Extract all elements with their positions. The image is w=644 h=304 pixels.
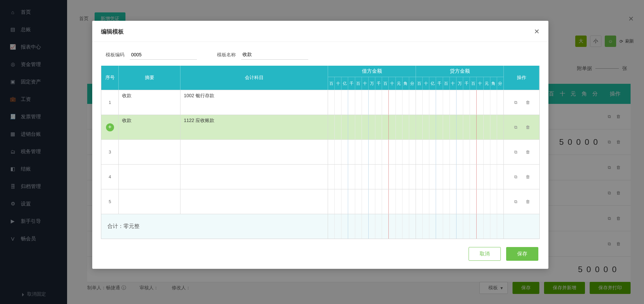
row-debit[interactable]	[328, 165, 416, 189]
row-summary[interactable]: 收款	[119, 115, 180, 139]
template-code-input[interactable]	[130, 50, 197, 60]
row-debit[interactable]	[328, 189, 416, 214]
copy-row-icon[interactable]: ⧉	[513, 174, 519, 180]
template-name-label: 模板名称	[217, 52, 236, 58]
delete-row-icon[interactable]: 🗑	[525, 100, 531, 106]
col-debit: 借方金额 百十亿千百十万千百十元角分	[328, 66, 416, 90]
row-ops: ⧉🗑	[504, 189, 539, 214]
row-ops: ⧉🗑	[504, 140, 539, 164]
row-ops: ⧉🗑	[504, 165, 539, 189]
row-account[interactable]	[180, 189, 328, 214]
table-header: 序号 摘要 会计科目 借方金额 百十亿千百十万千百十元角分 贷方金额 百十亿千百…	[101, 66, 539, 90]
copy-row-icon[interactable]: ⧉	[513, 149, 519, 155]
row-debit[interactable]	[328, 140, 416, 164]
table-row[interactable]: 5⧉🗑	[101, 189, 539, 214]
row-credit[interactable]	[416, 90, 504, 115]
table-row[interactable]: 4⧉🗑	[101, 164, 539, 189]
row-summary[interactable]	[119, 189, 180, 214]
add-row-button[interactable]: +	[106, 123, 114, 131]
row-account[interactable]: 1122 应收账款	[180, 115, 328, 139]
modal-title: 编辑模板	[101, 28, 124, 36]
row-account[interactable]	[180, 140, 328, 164]
row-index: 3	[101, 140, 119, 164]
delete-row-icon[interactable]: 🗑	[525, 124, 531, 130]
total-credit-grid	[416, 214, 503, 239]
credit-units: 百十亿千百十万千百十元角分	[416, 77, 503, 90]
col-summary: 摘要	[119, 66, 180, 90]
table-row[interactable]: +收款1122 应收账款⧉🗑	[101, 115, 539, 139]
template-name-input[interactable]	[241, 50, 308, 60]
col-account: 会计科目	[180, 66, 328, 90]
close-icon[interactable]: ✕	[534, 27, 540, 36]
debit-units: 百十亿千百十万千百十元角分	[328, 77, 416, 90]
row-index: +	[101, 115, 119, 139]
row-index: 1	[101, 90, 119, 115]
row-ops: ⧉🗑	[504, 115, 539, 139]
copy-row-icon[interactable]: ⧉	[513, 199, 519, 205]
row-credit[interactable]	[416, 140, 504, 164]
delete-row-icon[interactable]: 🗑	[525, 199, 531, 205]
save-button[interactable]: 保存	[506, 247, 538, 261]
col-credit: 贷方金额 百十亿千百十万千百十元角分	[416, 66, 504, 90]
copy-row-icon[interactable]: ⧉	[513, 124, 519, 130]
delete-row-icon[interactable]: 🗑	[525, 149, 531, 155]
total-label: 合计：零元整	[101, 214, 328, 239]
row-ops: ⧉🗑	[504, 90, 539, 115]
row-index: 5	[101, 189, 119, 214]
row-credit[interactable]	[416, 165, 504, 189]
template-code-label: 模板编码	[106, 52, 124, 58]
row-summary[interactable]	[119, 165, 180, 189]
row-credit[interactable]	[416, 189, 504, 214]
row-summary[interactable]: 收款	[119, 90, 180, 115]
col-index: 序号	[101, 66, 119, 90]
row-debit[interactable]	[328, 115, 416, 139]
total-row: 合计：零元整	[101, 214, 539, 239]
row-summary[interactable]	[119, 140, 180, 164]
col-ops: 操作	[504, 66, 539, 90]
copy-row-icon[interactable]: ⧉	[513, 100, 519, 106]
table-row[interactable]: 3⧉🗑	[101, 139, 539, 164]
row-index: 4	[101, 165, 119, 189]
row-debit[interactable]	[328, 90, 416, 115]
table-row[interactable]: 1收款1002 银行存款⧉🗑	[101, 90, 539, 115]
row-account[interactable]	[180, 165, 328, 189]
cancel-button[interactable]: 取消	[469, 247, 501, 261]
template-table: 序号 摘要 会计科目 借方金额 百十亿千百十万千百十元角分 贷方金额 百十亿千百…	[101, 66, 540, 239]
edit-template-modal: 编辑模板 ✕ 模板编码 模板名称 序号 摘要 会计科目 借方金额 百十亿千百十万…	[92, 21, 548, 269]
row-credit[interactable]	[416, 115, 504, 139]
total-debit-grid	[328, 214, 416, 239]
delete-row-icon[interactable]: 🗑	[525, 174, 531, 180]
row-account[interactable]: 1002 银行存款	[180, 90, 328, 115]
